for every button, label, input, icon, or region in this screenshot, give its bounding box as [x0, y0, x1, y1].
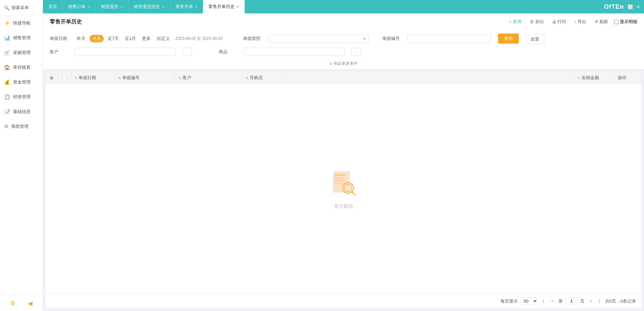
sidebar-item-label: 资金管理	[13, 79, 31, 85]
date-opt-last7[interactable]: 近7天	[106, 35, 121, 42]
export-button[interactable]: ↑ 导出	[572, 17, 588, 26]
customer-input[interactable]	[75, 48, 176, 56]
tab-sales-return-history-close[interactable]: ×	[162, 4, 164, 9]
svg-rect-1	[335, 174, 345, 176]
collapse-chevron-icon: ∧	[329, 61, 332, 66]
next-page-button[interactable]: >	[587, 298, 594, 304]
date-opt-last1m[interactable]: 近1月	[123, 35, 138, 42]
main-content: 首页 销售订单 × 销货退货 × 销货退货历史 × 零售开单 × 零售开单历史 …	[43, 0, 644, 311]
sidebar-item-purchase-mgmt[interactable]: 🛒 采购管理	[0, 45, 43, 60]
select-all-checkbox[interactable]	[62, 75, 67, 80]
pagination: 每页显示 10 20 50 100 ⟨ < 第 1 页 > ⟩ 共0页，0条记录	[46, 294, 641, 308]
page-number-input[interactable]: 1	[565, 298, 578, 305]
tab-sales-return[interactable]: 销货退货 ×	[96, 0, 129, 13]
date-options: 昨天 今天 近7天 近1月 更多 自定义 2023-06-02 至 2023-0…	[75, 35, 223, 42]
quick-nav-icon: ⚡	[4, 20, 10, 26]
svg-line-7	[352, 192, 355, 195]
sidebar-item-sys-mgmt[interactable]: ⚙ 系统管理	[0, 119, 43, 134]
empty-state: 暂无数据	[46, 84, 641, 294]
close-window-button[interactable]: ✕	[636, 4, 640, 9]
tab-sales-order-close[interactable]: ×	[88, 4, 90, 9]
page-suffix: 页	[580, 298, 585, 304]
date-opt-custom[interactable]: 自定义	[155, 35, 172, 42]
date-opt-today[interactable]: 今天	[90, 35, 104, 42]
th-spacer	[283, 75, 574, 81]
print-button[interactable]: 🖨 打印	[550, 17, 568, 26]
tab-bar: 首页 销售订单 × 销货退货 × 销货退货历史 × 零售开单 × 零售开单历史 …	[43, 0, 644, 13]
customer-search-button[interactable]: ...	[182, 48, 192, 56]
tab-sales-return-close[interactable]: ×	[120, 4, 123, 9]
sidebar-item-inventory[interactable]: 🏠 库存核算	[0, 60, 43, 75]
th-settings[interactable]: ⚙	[46, 73, 58, 83]
product-label: 商品	[219, 49, 237, 55]
doc-type-select[interactable]: ▾	[268, 35, 369, 43]
show-detail-checkbox-label: 显示明细	[614, 19, 637, 25]
last-page-button[interactable]: ⟩	[597, 298, 602, 304]
tab-sales-order[interactable]: 销售订单 ×	[63, 0, 96, 13]
prev-page-button[interactable]: <	[549, 298, 556, 304]
th-num: ⇅ 单据编号	[115, 72, 175, 84]
sidebar-item-finance[interactable]: 💰 资金管理	[0, 75, 43, 90]
query-button[interactable]: 查询	[498, 34, 519, 44]
tab-sales-order-label: 销售订单	[68, 4, 86, 10]
page-title-row: 零售开单历史 + 新增 🗑 删除 🖨 打印 ↑ 导出 ↺ 刷新 显示明细	[50, 17, 637, 30]
sidebar-item-label: 销售管理	[13, 35, 31, 41]
settings-button[interactable]: ⚙	[10, 300, 15, 307]
tab-retail-open[interactable]: 零售开单 ×	[170, 0, 203, 13]
collapse-label: 收起更多条件	[334, 61, 358, 66]
refresh-button[interactable]: ↺ 刷新	[592, 17, 610, 26]
doc-type-label: 单据类型	[243, 36, 261, 42]
sidebar-search[interactable]: 🔍 搜索采单	[0, 0, 43, 16]
first-page-button[interactable]: ⟨	[541, 298, 546, 304]
sidebar-item-label: 快捷导航	[13, 20, 31, 26]
tab-home[interactable]: 首页	[43, 0, 63, 13]
th-client: ⇅ 客户	[175, 72, 242, 84]
tab-sales-return-label: 销货退货	[101, 4, 118, 10]
sidebar-item-basic-info[interactable]: 📝 基础信息	[0, 104, 43, 119]
tab-retail-open-history-label: 零售开单历史	[208, 4, 235, 10]
date-opt-more[interactable]: 更多	[140, 35, 153, 42]
restore-button[interactable]: ⬜	[628, 4, 633, 9]
doc-num-input[interactable]	[407, 35, 491, 43]
collapse-sidebar-button[interactable]: ◀	[28, 300, 33, 307]
product-search-button[interactable]: ...	[351, 48, 361, 56]
product-input[interactable]	[244, 48, 345, 56]
tab-sales-return-history[interactable]: 销货退货历史 ×	[129, 0, 170, 13]
content-header: 零售开单历史 + 新增 🗑 删除 🖨 打印 ↑ 导出 ↺ 刷新 显示明细 单据日…	[43, 13, 644, 69]
tab-sales-return-history-label: 销货退货历史	[134, 4, 160, 10]
collapse-filter-button[interactable]: ∧ 收起更多条件	[50, 59, 637, 69]
sidebar-item-quick-nav[interactable]: ⚡ 快捷导航	[0, 16, 43, 31]
setting-button[interactable]: 设置	[526, 34, 544, 44]
show-detail-checkbox[interactable]	[614, 20, 618, 24]
per-page-select[interactable]: 10 20 50 100	[521, 297, 538, 305]
th-client-label: 客户	[183, 75, 191, 81]
sidebar-item-operations[interactable]: 📋 经营管理	[0, 90, 43, 104]
sidebar-item-label: 基础信息	[13, 109, 31, 115]
sort-icon-client[interactable]: ⇅	[179, 76, 181, 80]
settings-icon: ⚙	[50, 75, 54, 81]
sort-icon-amount[interactable]: ⇅	[578, 76, 580, 80]
sidebar-item-sales-mgmt[interactable]: 📊 销售管理	[0, 31, 43, 45]
th-date-label: 单据日期	[79, 75, 96, 81]
operations-icon: 📋	[4, 94, 10, 100]
date-range-display: 2023-06-02 至 2023-06-02	[175, 36, 222, 42]
sort-icon[interactable]: ⇅	[75, 76, 77, 80]
filter-row-1: 单据日期 昨天 今天 近7天 近1月 更多 自定义 2023-06-02 至 2…	[50, 33, 637, 44]
th-num-label: 单据编号	[122, 75, 140, 81]
filter-area: 单据日期 昨天 今天 近7天 近1月 更多 自定义 2023-06-02 至 2…	[50, 30, 637, 69]
sort-icon-num[interactable]: ⇅	[118, 76, 121, 80]
delete-button[interactable]: 🗑 删除	[528, 17, 546, 26]
tab-retail-open-history-close[interactable]: ×	[237, 4, 239, 9]
sidebar-item-label: 库存核算	[13, 64, 31, 70]
tab-retail-open-label: 零售开单	[176, 4, 193, 10]
tab-retail-open-close[interactable]: ×	[195, 4, 197, 9]
tab-retail-open-history[interactable]: 零售开单历史 ×	[203, 0, 245, 13]
finance-icon: 💰	[4, 79, 10, 85]
th-check[interactable]	[58, 73, 71, 83]
doc-type-chevron-icon: ▾	[363, 36, 366, 41]
sidebar: 🔍 搜索采单 ⚡ 快捷导航 📊 销售管理 🛒 采购管理 🏠 库存核算 💰 资金管…	[0, 0, 43, 311]
sort-icon-guide[interactable]: ⇅	[246, 76, 248, 80]
add-button[interactable]: + 新增	[507, 17, 524, 26]
basic-info-icon: 📝	[4, 109, 10, 115]
date-opt-yesterday[interactable]: 昨天	[75, 35, 88, 42]
